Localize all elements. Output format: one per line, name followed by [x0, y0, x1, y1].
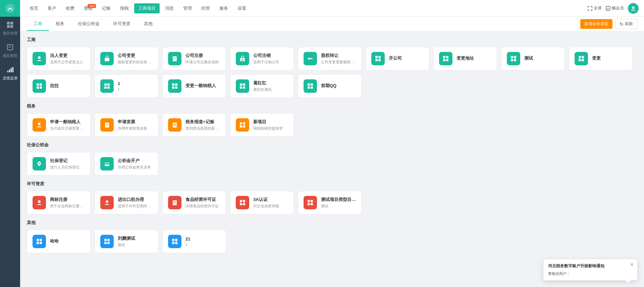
- card-company-register[interactable]: 公司注册 申请公司注册全流程: [162, 47, 226, 70]
- tabs-list: 工商 税务 社保公积金 许可资质 其他: [27, 17, 159, 31]
- svg-rect-23: [378, 59, 381, 61]
- card-test-type[interactable]: 测试项目类型目定义 测试: [298, 191, 362, 214]
- new-type-button[interactable]: 新增业务类型: [580, 19, 612, 29]
- svg-rect-34: [579, 59, 581, 61]
- num1-desc: 1: [118, 87, 153, 91]
- change1-icon: [575, 52, 588, 65]
- tab-social[interactable]: 社保公积金: [71, 17, 106, 31]
- fullscreen-btn[interactable]: 全屏: [588, 5, 602, 11]
- sidebar-item-project-type[interactable]: 项目类型: [0, 39, 20, 62]
- change-taxpayer-icon: [168, 79, 181, 93]
- trademark-info: 商标注册 用于企业商标注册服务: [50, 197, 85, 209]
- nav-bizreg[interactable]: 工商项目: [134, 3, 160, 13]
- nav-customer[interactable]: 客户: [44, 3, 60, 13]
- other-cards: 哈哈 刘鹏测试 测试: [27, 230, 637, 253]
- svg-rect-48: [240, 83, 242, 86]
- tax-report-title: 税务报道+记账: [185, 119, 220, 125]
- card-equity-transfer[interactable]: 股权转让 公司变更需要股权转让: [298, 47, 362, 70]
- card-num21[interactable]: 21 1: [162, 230, 226, 253]
- svg-point-19: [311, 58, 313, 60]
- svg-rect-20: [375, 56, 378, 58]
- card-new-project[interactable]: 新项目 报税加税控盘保管: [230, 113, 294, 137]
- card-pre-qq[interactable]: 前期QQ: [298, 74, 362, 98]
- svg-point-68: [38, 200, 41, 203]
- card-mohonghong[interactable]: 葛红红 葛红红测试: [230, 74, 294, 98]
- company-change-info: 公司变更 股权变更外的业务变更: [118, 53, 153, 65]
- card-open-company[interactable]: 开公司: [366, 47, 429, 70]
- nav-billing[interactable]: 收费: [62, 3, 78, 13]
- card-legal-change[interactable]: 法人变更 适用于公司变更法人: [27, 47, 91, 70]
- svg-rect-72: [243, 200, 245, 202]
- equity-transfer-title: 股权转让: [321, 53, 356, 59]
- member-icon: [606, 6, 610, 11]
- svg-rect-82: [40, 242, 42, 244]
- refresh-icon: ↻: [620, 21, 624, 27]
- test-type-desc: 测试: [321, 204, 356, 209]
- svg-rect-29: [514, 56, 516, 58]
- card-company-change[interactable]: 公司变更 股权变更外的业务变更: [95, 47, 158, 70]
- scrollable-content: 工商 法人变更 适用于公司变更法人 公司变更: [20, 31, 644, 287]
- nav-service[interactable]: 服务: [215, 3, 232, 13]
- svg-rect-79: [37, 239, 39, 241]
- card-test1[interactable]: 测试: [501, 47, 565, 70]
- nav-settings[interactable]: 设置: [233, 3, 250, 13]
- project-mgmt-icon: [5, 20, 15, 29]
- card-social-register[interactable]: 社保登记 进行人员社保登记: [27, 152, 91, 175]
- notification-close-btn[interactable]: ✕: [630, 262, 634, 267]
- nav-operation[interactable]: 经营: [197, 3, 214, 13]
- apply-invoice-desc: 办理申请发票业务: [118, 126, 153, 131]
- nav-accounting[interactable]: 记账: [98, 3, 115, 13]
- card-haha[interactable]: 哈哈: [27, 230, 91, 253]
- tab-other[interactable]: 其他: [137, 17, 159, 31]
- company-cancel-desc: 适用于注销公司: [253, 60, 288, 65]
- svg-rect-77: [308, 203, 310, 205]
- svg-rect-31: [514, 59, 516, 61]
- card-fund-account[interactable]: 公积金开户 办理公积金相关业务: [95, 152, 158, 175]
- member-btn[interactable]: 畅会员: [606, 5, 624, 11]
- card-company-cancel[interactable]: 公司注销 适用于注销公司: [230, 47, 294, 70]
- nav-manage[interactable]: 管理: [179, 3, 196, 13]
- card-apply-taxpayer[interactable]: 申请一般纳税人 当月或次月成变更完成: [27, 113, 91, 137]
- company-change-icon: [100, 52, 114, 65]
- social-cards: 社保登记 进行人员社保登记 公积金开户 办理公积金相关业务: [27, 152, 637, 175]
- card-liupeng-test[interactable]: 刘鹏测试 测试: [95, 230, 158, 253]
- nav-tax[interactable]: 报税: [116, 3, 133, 13]
- card-3a-cert[interactable]: 3A认证 对企业信誉评级: [230, 191, 294, 214]
- fund-account-info: 公积金开户 办理公积金相关业务: [118, 158, 153, 170]
- change-taxpayer-title: 变更一般纳税人: [185, 83, 220, 89]
- svg-rect-63: [243, 125, 245, 128]
- svg-rect-86: [107, 242, 110, 244]
- tab-bizreg[interactable]: 工商: [27, 17, 49, 31]
- user-avatar[interactable]: [628, 3, 639, 14]
- mohonghong-info: 葛红红 葛红红测试: [253, 80, 288, 92]
- card-tax-report[interactable]: 税务报道+记账 拿到营业执照的新公司: [162, 113, 226, 137]
- svg-rect-46: [172, 86, 174, 89]
- sidebar-item-project-mgmt[interactable]: 项目管理: [0, 17, 20, 39]
- sidebar-logo: [0, 0, 20, 17]
- lala-title: 拉拉: [50, 83, 85, 89]
- card-change1[interactable]: 变更: [569, 47, 633, 70]
- svg-rect-76: [311, 200, 313, 202]
- change1-info: 变更: [592, 55, 627, 62]
- svg-rect-26: [443, 59, 445, 61]
- card-apply-invoice[interactable]: 申请发票 办理申请发票业务: [95, 113, 158, 137]
- nav-tickets[interactable]: 票据 new: [80, 3, 97, 13]
- legal-change-title: 法人变更: [50, 53, 85, 59]
- card-import-export[interactable]: 进出口权办理 适用于对外贸易经营者: [95, 191, 158, 214]
- card-trademark[interactable]: 商标注册 用于企业商标注册服务: [27, 191, 91, 214]
- card-change-taxpayer[interactable]: 变更一般纳税人: [162, 74, 226, 98]
- nav-home[interactable]: 首页: [25, 3, 42, 13]
- 3a-cert-icon: [236, 196, 249, 209]
- card-num1[interactable]: 1 1: [95, 74, 158, 98]
- apply-invoice-icon: [100, 118, 114, 132]
- svg-rect-40: [104, 83, 107, 86]
- tab-license[interactable]: 许可资质: [106, 17, 137, 31]
- svg-rect-47: [175, 86, 177, 89]
- tab-tax[interactable]: 税务: [49, 17, 71, 31]
- card-food-license[interactable]: 食品经营许可证 办理食品经营许可证: [162, 191, 226, 214]
- card-change-address[interactable]: 变更地址: [433, 47, 497, 70]
- nav-messages[interactable]: 消息: [161, 3, 178, 13]
- refresh-button[interactable]: ↻ 刷新: [615, 19, 637, 29]
- card-lala[interactable]: 拉拉: [27, 74, 91, 98]
- sidebar-item-progress-monitor[interactable]: 进度监测: [0, 62, 20, 84]
